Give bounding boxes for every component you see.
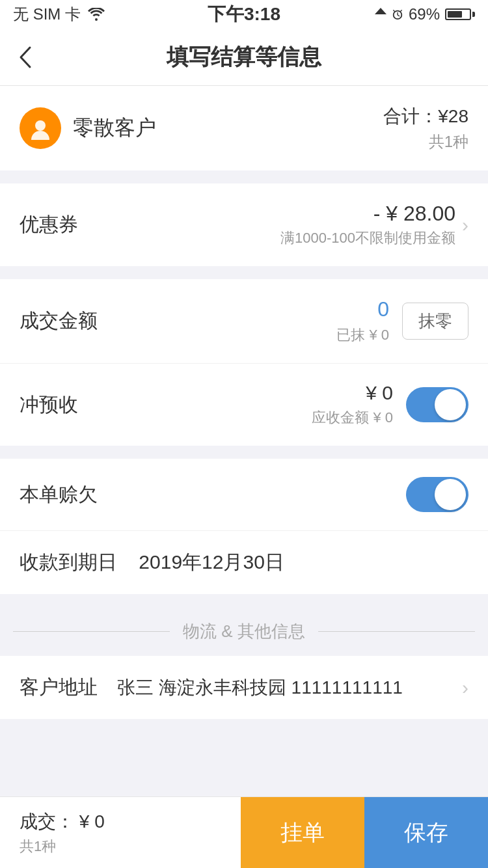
coupon-desc: 满1000-100不限制使用金额 — [280, 228, 455, 248]
divider-line-left — [13, 631, 170, 632]
due-date-label: 收款到期日 — [20, 551, 117, 573]
debt-row: 本单赊欠 — [0, 459, 488, 530]
save-button[interactable]: 保存 — [364, 797, 488, 869]
summary-top: 成交： ¥ 0 — [20, 809, 221, 834]
transaction-value: 0 — [336, 297, 389, 321]
round-off-button[interactable]: 抹零 — [402, 303, 468, 340]
prepaid-value-col: ¥ 0 应收金额 ¥ 0 — [312, 382, 393, 427]
coupon-value: - ¥ 28.00 满1000-100不限制使用金额 — [280, 202, 455, 248]
debt-label: 本单赊欠 — [20, 481, 98, 508]
summary-value: ¥ 0 — [79, 811, 105, 832]
customer-name: 零散客户 — [73, 114, 156, 142]
prepaid-label: 冲预收 — [20, 392, 78, 418]
page-title: 填写结算等信息 — [167, 42, 321, 72]
prepaid-sub: 应收金额 ¥ 0 — [312, 408, 393, 427]
address-section[interactable]: 客户地址 张三 海淀永丰科技园 11111111111 › — [0, 656, 488, 719]
transaction-sub: 已抹 ¥ 0 — [336, 325, 389, 345]
prepaid-right: ¥ 0 应收金额 ¥ 0 — [312, 382, 468, 427]
customer-row: 零散客户 合计：¥28 共1种 — [0, 86, 488, 170]
address-value: 张三 海淀永丰科技园 11111111111 — [117, 675, 442, 700]
due-date-row: 收款到期日 2019年12月30日 — [0, 530, 488, 594]
transaction-value-col: 0 已抹 ¥ 0 — [336, 297, 389, 345]
transaction-section: 成交金额 0 已抹 ¥ 0 抹零 冲预收 ¥ 0 应收金额 ¥ 0 — [0, 279, 488, 446]
coupon-right: - ¥ 28.00 满1000-100不限制使用金额 › — [280, 202, 468, 248]
bottom-summary: 成交： ¥ 0 共1种 — [0, 809, 241, 856]
status-bar-left: 无 SIM 卡 — [13, 4, 105, 25]
bottom-bar: 成交： ¥ 0 共1种 挂单 保存 — [0, 796, 488, 868]
summary-count: 共1种 — [20, 837, 221, 856]
status-bar-right: 69% — [375, 5, 475, 23]
due-date-value: 2019年12月30日 — [139, 551, 284, 573]
customer-avatar — [20, 107, 61, 149]
status-bar-time: 下午3:18 — [208, 2, 280, 27]
back-button[interactable] — [18, 45, 33, 70]
location-icon — [375, 8, 386, 21]
wifi-icon — [87, 8, 105, 21]
coupon-label: 优惠券 — [20, 211, 78, 238]
coupon-row[interactable]: 优惠券 - ¥ 28.00 满1000-100不限制使用金额 › — [0, 183, 488, 266]
customer-info: 零散客户 — [20, 107, 156, 149]
prepaid-row: 冲预收 ¥ 0 应收金额 ¥ 0 — [0, 364, 488, 446]
summary-label: 成交： — [20, 811, 74, 832]
debt-section: 本单赊欠 收款到期日 2019年12月30日 — [0, 459, 488, 594]
customer-total-section: 合计：¥28 共1种 — [383, 104, 468, 152]
address-chevron-icon: › — [462, 677, 468, 699]
address-row[interactable]: 客户地址 张三 海淀永丰科技园 11111111111 › — [0, 656, 488, 719]
divider-line-right — [318, 631, 475, 632]
transaction-right: 0 已抹 ¥ 0 抹零 — [336, 297, 468, 345]
debt-toggle[interactable] — [406, 477, 468, 512]
battery-label: 69% — [409, 5, 440, 23]
battery-icon — [445, 8, 475, 20]
transaction-label: 成交金额 — [20, 308, 98, 334]
logistics-divider: 物流 & 其他信息 — [0, 607, 488, 656]
pending-button[interactable]: 挂单 — [241, 797, 364, 869]
nav-bar: 填写结算等信息 — [0, 29, 488, 86]
customer-card: 零散客户 合计：¥28 共1种 — [0, 86, 488, 170]
prepaid-amount: ¥ 0 — [312, 382, 393, 404]
no-sim-label: 无 SIM 卡 — [13, 4, 81, 25]
content-area: 零散客户 合计：¥28 共1种 优惠券 - ¥ 28.00 满1000-100不… — [0, 86, 488, 810]
customer-total: 合计：¥28 — [383, 104, 468, 129]
coupon-amount: - ¥ 28.00 — [280, 202, 455, 226]
svg-point-1 — [35, 120, 46, 131]
customer-count: 共1种 — [383, 131, 468, 152]
coupon-card[interactable]: 优惠券 - ¥ 28.00 满1000-100不限制使用金额 › — [0, 183, 488, 266]
transaction-row: 成交金额 0 已抹 ¥ 0 抹零 — [0, 279, 488, 364]
alarm-icon — [392, 8, 403, 21]
chevron-right-icon: › — [462, 214, 468, 236]
address-label: 客户地址 — [20, 674, 98, 701]
due-date-text: 收款到期日 2019年12月30日 — [20, 551, 284, 573]
status-bar: 无 SIM 卡 下午3:18 69% — [0, 0, 488, 29]
logistics-label: 物流 & 其他信息 — [183, 620, 305, 643]
prepaid-toggle[interactable] — [406, 387, 468, 422]
